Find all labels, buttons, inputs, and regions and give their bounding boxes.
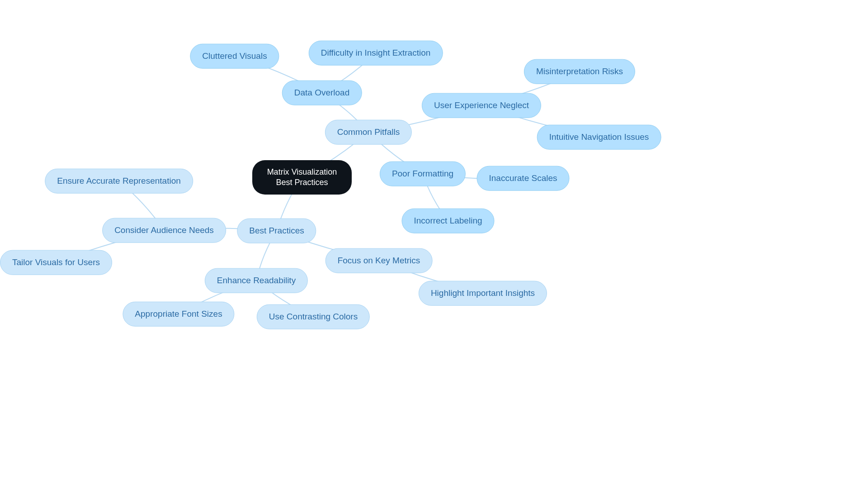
node-misinterpretation[interactable]: Misinterpretation Risks — [524, 59, 635, 84]
node-highlight-insights[interactable]: Highlight Important Insights — [419, 281, 547, 306]
mindmap-canvas: Matrix Visualization Best Practices Comm… — [0, 0, 868, 490]
node-font-sizes[interactable]: Appropriate Font Sizes — [123, 302, 234, 327]
node-cluttered-visuals[interactable]: Cluttered Visuals — [190, 44, 279, 69]
node-key-metrics[interactable]: Focus on Key Metrics — [326, 248, 433, 273]
node-root[interactable]: Matrix Visualization Best Practices — [252, 160, 352, 195]
node-incorrect-labeling[interactable]: Incorrect Labeling — [401, 209, 494, 233]
node-enhance-readability[interactable]: Enhance Readability — [205, 268, 308, 293]
node-audience-needs[interactable]: Consider Audience Needs — [102, 218, 226, 243]
node-common-pitfalls[interactable]: Common Pitfalls — [325, 120, 412, 145]
node-navigation-issues[interactable]: Intuitive Navigation Issues — [537, 125, 661, 150]
node-data-overload[interactable]: Data Overload — [282, 81, 362, 105]
node-difficulty-insight[interactable]: Difficulty in Insight Extraction — [309, 41, 443, 66]
edge-layer — [0, 0, 868, 490]
node-accurate-representation[interactable]: Ensure Accurate Representation — [45, 169, 193, 194]
node-poor-formatting[interactable]: Poor Formatting — [380, 162, 466, 186]
node-ux-neglect[interactable]: User Experience Neglect — [422, 93, 541, 118]
node-contrasting-colors[interactable]: Use Contrasting Colors — [257, 304, 370, 329]
node-best-practices[interactable]: Best Practices — [237, 219, 316, 243]
node-inaccurate-scales[interactable]: Inaccurate Scales — [476, 166, 569, 191]
node-tailor-visuals[interactable]: Tailor Visuals for Users — [0, 250, 112, 275]
